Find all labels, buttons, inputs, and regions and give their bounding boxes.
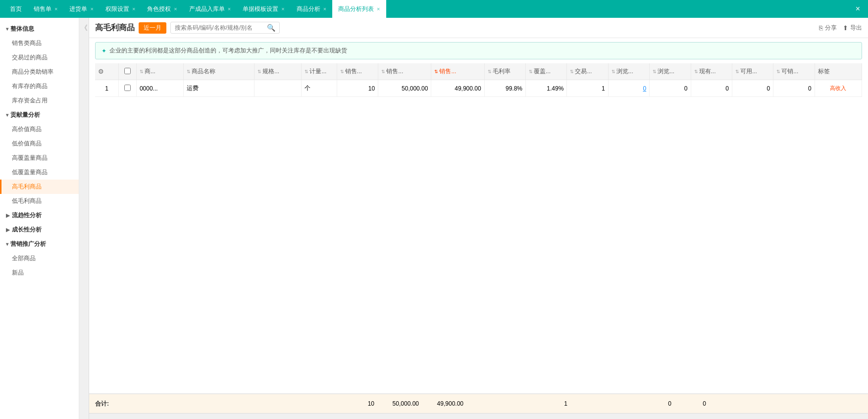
- export-button[interactable]: ⬆ 导出: [843, 24, 862, 32]
- cell-stock2: 0: [732, 80, 773, 97]
- cell-num: 1: [95, 80, 119, 97]
- sidebar-item-traded-products[interactable]: 交易过的商品: [0, 50, 79, 65]
- search-input[interactable]: [175, 24, 264, 31]
- sidebar-collapse-button[interactable]: 《: [79, 18, 89, 419]
- cell-sales-cost: 49,900.00: [431, 80, 484, 97]
- export-icon: ⬆: [843, 24, 848, 32]
- col-header-sales-cost: ⇅ 销售...: [431, 63, 484, 80]
- sort-code-icon: ⇅: [140, 69, 144, 74]
- cell-unit: 个: [302, 80, 337, 97]
- close-product-analysis-list-icon[interactable]: ×: [377, 6, 380, 12]
- cell-browse2: 0: [650, 80, 691, 97]
- nav-purchase-order[interactable]: 进货单 ×: [63, 0, 99, 18]
- nav-role-auth[interactable]: 角色授权 ×: [141, 0, 183, 18]
- sidebar-section-overall[interactable]: ▾ 整体信息: [0, 22, 79, 36]
- footer-browse1: [570, 400, 605, 407]
- sidebar-item-all-products[interactable]: 全部商品: [0, 251, 79, 266]
- col-header-code: ⇅ 商...: [136, 63, 183, 80]
- sidebar-item-high-coverage[interactable]: 高覆盖量商品: [0, 151, 79, 165]
- sidebar-item-high-value[interactable]: 高价值商品: [0, 122, 79, 137]
- nav-product-analysis[interactable]: 商品分析 ×: [291, 0, 332, 18]
- sort-sales-cost-icon: ⇅: [434, 69, 438, 74]
- close-template-icon[interactable]: ×: [281, 6, 284, 12]
- col-header-sales-qty: ⇅ 销售...: [337, 63, 378, 80]
- col-header-browse2: ⇅ 浏览...: [650, 63, 691, 80]
- col-header-stock3: ⇅ 可销...: [773, 63, 815, 80]
- close-sales-order-icon[interactable]: ×: [54, 6, 57, 12]
- contribution-expand-icon: ▾: [6, 112, 8, 118]
- settings-icon[interactable]: ⚙: [98, 68, 104, 75]
- cell-browse1[interactable]: 0: [608, 80, 649, 97]
- collapse-icon: 《: [81, 24, 88, 33]
- sort-browse2-icon: ⇅: [653, 69, 657, 74]
- select-all-checkbox[interactable]: [124, 68, 131, 74]
- sort-sales-amt-icon: ⇅: [381, 69, 385, 74]
- close-permission-icon[interactable]: ×: [132, 6, 135, 12]
- col-header-coverage: ⇅ 覆盖...: [526, 63, 567, 80]
- nav-home[interactable]: 首页: [4, 0, 28, 18]
- row-checkbox[interactable]: [124, 85, 131, 91]
- close-all-button[interactable]: ×: [852, 4, 864, 13]
- info-banner: ✦ 企业的主要的利润都是这部分商品创造的，可考虑加大推广，同时关注库存是不要出现…: [95, 42, 862, 59]
- footer-gross-rate: [466, 400, 501, 407]
- cell-sales-qty: 10: [337, 80, 378, 97]
- sidebar-item-low-value[interactable]: 低价值商品: [0, 137, 79, 151]
- footer-sales-amt: 50,000.00: [377, 400, 422, 407]
- close-role-auth-icon[interactable]: ×: [174, 6, 177, 12]
- top-navigation: 首页 销售单 × 进货单 × 权限设置 × 角色授权 × 产成品入库单 × 单据…: [0, 0, 868, 18]
- sidebar-item-low-coverage[interactable]: 低覆盖量商品: [0, 165, 79, 180]
- footer-browse2: [605, 400, 640, 407]
- close-product-inbound-icon[interactable]: ×: [228, 6, 231, 12]
- cell-spec: [255, 80, 302, 97]
- overall-expand-icon: ▾: [6, 26, 8, 32]
- sort-coverage-icon: ⇅: [529, 69, 533, 74]
- cell-code: 0000...: [136, 80, 183, 97]
- main-layout: ▾ 整体信息 销售类商品 交易过的商品 商品分类助销率 有库存的商品 库存资金占…: [0, 18, 868, 419]
- table-footer: 合计: 10 50,000.00 49,900.00 1 0 0: [89, 393, 868, 413]
- search-icon[interactable]: 🔍: [267, 24, 275, 32]
- content-header: 高毛利商品 近一月 🔍 ⎘ 分享 ⬆ 导出: [89, 18, 868, 38]
- footer-sales-qty: 10: [343, 400, 377, 407]
- footer-stock1: 0: [640, 400, 674, 407]
- nav-permission-settings[interactable]: 权限设置 ×: [100, 0, 141, 18]
- cell-sales-amt: 50,000.00: [378, 80, 431, 97]
- col-header-check: [119, 63, 137, 80]
- sidebar-section-trend[interactable]: ▶ 流趋性分析: [0, 208, 79, 223]
- sort-sales-qty-icon: ⇅: [340, 69, 344, 74]
- sidebar-item-category-rate[interactable]: 商品分类助销率: [0, 65, 79, 79]
- sort-stock1-icon: ⇅: [694, 69, 698, 74]
- sidebar-section-contribution[interactable]: ▾ 贡献量分析: [0, 108, 79, 122]
- sidebar-item-in-stock[interactable]: 有库存的商品: [0, 79, 79, 93]
- cell-stock3: 0: [773, 80, 815, 97]
- sort-gross-rate-icon: ⇅: [488, 69, 492, 74]
- info-icon: ✦: [102, 47, 106, 54]
- close-product-analysis-icon[interactable]: ×: [323, 6, 326, 12]
- nav-sales-order[interactable]: 销售单 ×: [28, 0, 63, 18]
- sidebar-item-sales-products[interactable]: 销售类商品: [0, 36, 79, 50]
- trend-expand-icon: ▶: [6, 213, 10, 218]
- cell-check[interactable]: [119, 80, 137, 97]
- sidebar-item-high-margin[interactable]: 高毛利商品: [0, 180, 79, 194]
- col-header-name: ⇅ 商品名称: [184, 63, 255, 80]
- sidebar-item-new-products[interactable]: 新品: [0, 266, 79, 280]
- sidebar-section-growth[interactable]: ▶ 成长性分析: [0, 223, 79, 237]
- col-header-trade: ⇅ 交易...: [567, 63, 608, 80]
- footer-stock2: 0: [674, 400, 709, 407]
- horizontal-scrollbar[interactable]: [89, 413, 868, 419]
- nav-template-settings[interactable]: 单据模板设置 ×: [237, 0, 290, 18]
- nav-product-inbound[interactable]: 产成品入库单 ×: [183, 0, 237, 18]
- header-actions: ⎘ 分享 ⬆ 导出: [819, 24, 862, 32]
- nav-product-analysis-list[interactable]: 商品分析列表 ×: [332, 0, 386, 18]
- sidebar-item-low-margin[interactable]: 低毛利商品: [0, 194, 79, 208]
- sort-stock3-icon: ⇅: [776, 69, 780, 74]
- col-header-unit: ⇅ 计量...: [302, 63, 337, 80]
- share-button[interactable]: ⎘ 分享: [819, 24, 837, 32]
- sidebar-section-marketing[interactable]: ▾ 营销推广分析: [0, 237, 79, 251]
- col-header-sales-amt: ⇅ 销售...: [378, 63, 431, 80]
- page-title: 高毛利商品: [95, 23, 135, 33]
- period-button[interactable]: 近一月: [139, 22, 166, 34]
- cell-gross-rate: 99.8%: [484, 80, 525, 97]
- close-purchase-order-icon[interactable]: ×: [90, 6, 93, 12]
- sidebar-item-stock-capital[interactable]: 库存资金占用: [0, 93, 79, 108]
- table-container: ⚙ ⇅ 商...: [89, 63, 868, 393]
